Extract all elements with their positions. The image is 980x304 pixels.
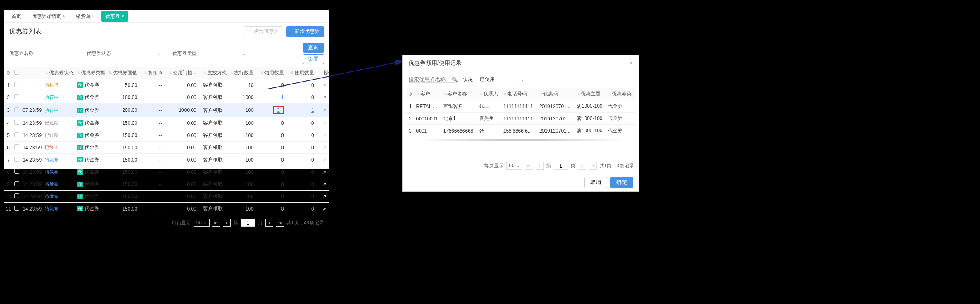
cancel-button[interactable]: 取消 bbox=[584, 177, 607, 188]
col-code[interactable]: ⇅优惠码 bbox=[538, 88, 575, 100]
col-gear[interactable]: ⚙ bbox=[4, 67, 13, 79]
col-type[interactable]: ⇅优惠券类型 bbox=[75, 67, 107, 79]
col-subject[interactable]: ⇅优惠主题 bbox=[575, 88, 607, 100]
row-checkbox[interactable] bbox=[14, 181, 19, 186]
col-contact[interactable]: ⇅联系人 bbox=[478, 88, 502, 100]
table-row[interactable]: 1 RETAIL... 零散客户 张三 11111111111 20191207… bbox=[406, 100, 636, 113]
next-page-button[interactable]: › bbox=[265, 219, 273, 227]
table-row[interactable]: 6 14 23:59 已终止 代代金券 150.00 -- 0.00 客户领取 … bbox=[4, 142, 329, 154]
tab-coupon[interactable]: 优惠券× bbox=[101, 11, 128, 22]
filter-type: 优惠券类型 ⌄ bbox=[172, 49, 248, 58]
tab-home[interactable]: 首页 bbox=[7, 11, 25, 22]
sort-icon: ⇅ bbox=[608, 92, 611, 96]
page-input[interactable] bbox=[241, 219, 255, 227]
table-row[interactable]: 3 0001 17666666666 张 156 6666 6... 20191… bbox=[406, 125, 636, 137]
col-checkbox[interactable] bbox=[13, 67, 21, 79]
close-icon[interactable]: × bbox=[92, 11, 95, 22]
table-row[interactable]: 7 14 23:59 待发布 代代金券 150.00 -- 0.00 客户领取 … bbox=[4, 154, 329, 166]
row-checkbox[interactable] bbox=[14, 107, 19, 112]
row-checkbox[interactable] bbox=[14, 82, 19, 87]
type-badge: 代 bbox=[77, 120, 83, 126]
col-method[interactable]: ⇅发放方式 bbox=[201, 67, 228, 79]
coupon-name-input[interactable] bbox=[36, 49, 77, 58]
table-row[interactable]: 2 执行中 代代金券 100.00 -- 0.00 客户领取 1000 1 0 … bbox=[4, 91, 329, 104]
share-icon: ⇗ bbox=[321, 157, 327, 163]
close-icon[interactable]: × bbox=[63, 11, 65, 22]
row-checkbox[interactable] bbox=[14, 206, 19, 211]
confirm-button[interactable]: 确定 bbox=[610, 177, 633, 188]
cell-discount: -- bbox=[142, 178, 167, 191]
close-icon[interactable]: × bbox=[630, 60, 633, 67]
col-cust-name[interactable]: ⇅客户名称 bbox=[442, 88, 478, 100]
table-row[interactable]: 11 14 23:59 待发布 代代金券 150.00 -- 0.00 客户领取… bbox=[4, 203, 329, 215]
col-status[interactable]: ⇅优惠券状态 bbox=[43, 67, 75, 79]
col-threshold[interactable]: ⇅使用门槛... bbox=[167, 67, 201, 79]
cell-threshold: 0.00 bbox=[167, 203, 201, 215]
type-select[interactable]: ⌄ bbox=[199, 49, 248, 58]
cell-type: 代代金券 bbox=[75, 117, 107, 129]
next-page-button[interactable]: › bbox=[578, 162, 586, 170]
col-face[interactable]: ⇅优惠券面值 bbox=[107, 67, 142, 79]
table-row[interactable]: 8 14 23:59 待发布 代代金券 150.00 -- 0.00 客户领取 … bbox=[4, 166, 329, 178]
settings-button[interactable]: 设置 bbox=[303, 54, 324, 64]
table-row[interactable]: 3 07 23:59 执行中 代代金券 200.00 -- 1000.00 客户… bbox=[4, 104, 329, 117]
search-icon[interactable]: 🔍 bbox=[452, 77, 458, 82]
claim-qty-highlighted[interactable]: 3 bbox=[273, 106, 284, 114]
table-row[interactable]: 1 待执行 代代金券 50.00 -- 0.00 客户领取 10 0 0 ⇗ ▦ bbox=[4, 79, 329, 91]
share-icon[interactable]: ⇗ bbox=[321, 95, 327, 100]
first-page-button[interactable]: ⇤ bbox=[525, 162, 533, 170]
prev-page-button[interactable]: ‹ bbox=[223, 219, 231, 227]
col-claim-qty[interactable]: ⇅领用数量 bbox=[259, 67, 289, 79]
page-input[interactable] bbox=[554, 162, 568, 170]
col-cust-no[interactable]: ⇅客户... bbox=[415, 88, 442, 100]
row-checkbox[interactable] bbox=[14, 193, 19, 198]
col-time[interactable] bbox=[21, 67, 43, 79]
table-row[interactable]: 4 14 23:59 已过期 代代金券 150.00 -- 0.00 客户领取 … bbox=[4, 117, 329, 129]
cell-type: 代代金券 bbox=[75, 129, 107, 142]
table-row[interactable]: 5 14 23:59 已过期 代代金券 150.00 -- 0.00 客户领取 … bbox=[4, 129, 329, 142]
close-icon[interactable]: × bbox=[122, 11, 124, 22]
cell-index: 3 bbox=[4, 104, 13, 117]
cell-use-qty: 0 bbox=[289, 178, 319, 191]
cell-status: 待发布 bbox=[43, 178, 75, 191]
horizontal-scrollbar[interactable] bbox=[418, 139, 623, 141]
col-phone[interactable]: ⇅电话号码 bbox=[502, 88, 538, 100]
table-row[interactable]: 2 00010001 北京1 唐先生 11111111111 201912070… bbox=[406, 113, 636, 125]
col-issue-qty[interactable]: ⇅发行数量 bbox=[228, 67, 259, 79]
query-button[interactable]: 查询 bbox=[303, 43, 324, 53]
col-coupon-type[interactable]: ⇅优惠券类 bbox=[606, 88, 636, 100]
row-checkbox[interactable] bbox=[14, 132, 19, 137]
add-coupon-button[interactable]: + 新增优惠券 bbox=[286, 26, 324, 37]
issue-coupon-button[interactable]: ⇪发放优惠券 bbox=[244, 26, 283, 37]
search-input[interactable] bbox=[409, 76, 449, 82]
cell-index: 1 bbox=[406, 100, 415, 113]
claim-qty-link[interactable]: 1 bbox=[281, 95, 284, 100]
first-page-button[interactable]: ⇤ bbox=[212, 219, 220, 227]
modal-status-select[interactable]: 已使用 ⌄ bbox=[478, 75, 527, 84]
cell-threshold: 0.00 bbox=[167, 117, 201, 129]
col-gear[interactable]: ⚙ bbox=[406, 88, 415, 100]
row-checkbox[interactable] bbox=[14, 94, 19, 99]
row-checkbox[interactable] bbox=[14, 157, 19, 162]
status-select[interactable]: ⌄ bbox=[114, 49, 163, 58]
use-qty-link[interactable]: 1 bbox=[311, 107, 314, 113]
last-page-button[interactable]: ⇥ bbox=[276, 219, 284, 227]
gear-icon: ⚙ bbox=[6, 70, 11, 76]
cell-discount: -- bbox=[142, 117, 167, 129]
tab-sales[interactable]: 销货单× bbox=[72, 11, 99, 22]
row-checkbox[interactable] bbox=[14, 144, 19, 149]
per-page-select[interactable]: 50⌄ bbox=[194, 219, 210, 227]
last-page-button[interactable]: ⇥ bbox=[589, 162, 597, 170]
prev-page-button[interactable]: ‹ bbox=[536, 162, 544, 170]
checkbox-all[interactable] bbox=[14, 70, 19, 75]
tab-detail[interactable]: 优惠券详情页× bbox=[28, 11, 69, 22]
row-checkbox[interactable] bbox=[14, 169, 19, 174]
table-row[interactable]: 10 14 23:59 待发布 代代金券 150.00 -- 0.00 客户领取… bbox=[4, 191, 329, 203]
share-icon[interactable]: ⇗ bbox=[321, 107, 327, 113]
col-discount[interactable]: ⇅折扣% bbox=[142, 67, 167, 79]
table-row[interactable]: 9 14 23:59 待发布 代代金券 150.00 -- 0.00 客户领取 … bbox=[4, 178, 329, 191]
share-icon[interactable]: ⇗ bbox=[321, 82, 327, 88]
row-checkbox[interactable] bbox=[14, 120, 19, 125]
col-use-qty[interactable]: ⇅使用数量 bbox=[289, 67, 319, 79]
per-page-select[interactable]: 50⌄ bbox=[506, 162, 522, 170]
